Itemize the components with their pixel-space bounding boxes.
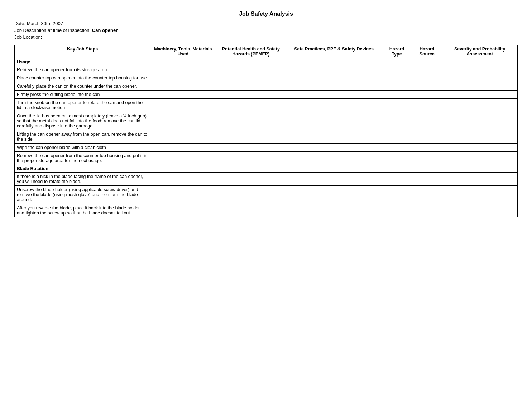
job-desc-value: Can opener bbox=[92, 28, 118, 33]
table-row: Once the lid has been cut almost complet… bbox=[15, 112, 518, 130]
table-row: Retrieve the can opener from its storage… bbox=[15, 66, 518, 74]
cell-source bbox=[412, 91, 442, 99]
cell-machinery bbox=[150, 112, 216, 130]
cell-type bbox=[382, 74, 412, 82]
cell-safe bbox=[286, 112, 382, 130]
cell-steps: Retrieve the can opener from its storage… bbox=[15, 66, 150, 74]
cell-machinery bbox=[150, 152, 216, 165]
cell-hazards bbox=[216, 74, 286, 82]
cell-type bbox=[382, 173, 412, 186]
cell-machinery bbox=[150, 66, 216, 74]
table-row: Firmly press the cutting blade into the … bbox=[15, 91, 518, 99]
table-header-row: Key Job Steps Machinery, Tools, Material… bbox=[15, 45, 518, 58]
cell-safe bbox=[286, 144, 382, 152]
cell-safe bbox=[286, 173, 382, 186]
cell-hazards bbox=[216, 91, 286, 99]
cell-safe bbox=[286, 204, 382, 217]
cell-steps: Place counter top can opener into the co… bbox=[15, 74, 150, 82]
header-type: Hazard Type bbox=[382, 45, 412, 58]
cell-source bbox=[412, 152, 442, 165]
cell-source bbox=[412, 99, 442, 112]
cell-hazards bbox=[216, 82, 286, 91]
cell-hazards bbox=[216, 130, 286, 144]
cell-source bbox=[412, 112, 442, 130]
cell-hazards bbox=[216, 112, 286, 130]
cell-machinery bbox=[150, 186, 216, 204]
cell-severity bbox=[442, 144, 518, 152]
header-hazards: Potential Health and Safety Hazards (PEM… bbox=[216, 45, 286, 58]
cell-type bbox=[382, 112, 412, 130]
cell-severity bbox=[442, 82, 518, 91]
cell-steps: Turn the knob on the can opener to rotat… bbox=[15, 99, 150, 112]
header-machinery: Machinery, Tools, Materials Used bbox=[150, 45, 216, 58]
cell-steps: After you reverse the blade, place it ba… bbox=[15, 204, 150, 217]
cell-type bbox=[382, 82, 412, 91]
header-steps: Key Job Steps bbox=[15, 45, 150, 58]
table-row: Remove the can opener from the counter t… bbox=[15, 152, 518, 165]
cell-type bbox=[382, 186, 412, 204]
cell-source bbox=[412, 82, 442, 91]
cell-source bbox=[412, 144, 442, 152]
cell-machinery bbox=[150, 130, 216, 144]
cell-machinery bbox=[150, 99, 216, 112]
page-title: Job Safety Analysis bbox=[14, 11, 518, 17]
cell-severity bbox=[442, 112, 518, 130]
cell-hazards bbox=[216, 204, 286, 217]
meta-job-desc: Job Description at time of Inspection: C… bbox=[14, 28, 518, 33]
cell-source bbox=[412, 204, 442, 217]
cell-severity bbox=[442, 99, 518, 112]
cell-steps: Wipe the can opener blade with a clean c… bbox=[15, 144, 150, 152]
cell-safe bbox=[286, 74, 382, 82]
cell-hazards bbox=[216, 152, 286, 165]
cell-type bbox=[382, 144, 412, 152]
cell-severity bbox=[442, 91, 518, 99]
cell-type bbox=[382, 99, 412, 112]
cell-steps: Once the lid has been cut almost complet… bbox=[15, 112, 150, 130]
cell-safe bbox=[286, 186, 382, 204]
cell-steps: Carefully place the can on the counter u… bbox=[15, 82, 150, 91]
cell-steps: Unscrew the blade holder (using applicab… bbox=[15, 186, 150, 204]
section-header-row: Usage bbox=[15, 58, 518, 66]
cell-safe bbox=[286, 91, 382, 99]
cell-steps: If there is a nick in the blade facing t… bbox=[15, 173, 150, 186]
cell-safe bbox=[286, 152, 382, 165]
cell-machinery bbox=[150, 91, 216, 99]
cell-safe bbox=[286, 82, 382, 91]
cell-type bbox=[382, 91, 412, 99]
cell-hazards bbox=[216, 144, 286, 152]
header-severity: Severity and Probability Assessment bbox=[442, 45, 518, 58]
cell-severity bbox=[442, 152, 518, 165]
cell-steps: Lifting the can opener away from the ope… bbox=[15, 130, 150, 144]
table-row: After you reverse the blade, place it ba… bbox=[15, 204, 518, 217]
header-safe: Safe Practices, PPE & Safety Devices bbox=[286, 45, 382, 58]
cell-hazards bbox=[216, 66, 286, 74]
jsa-table: Key Job Steps Machinery, Tools, Material… bbox=[14, 45, 518, 217]
cell-steps: Remove the can opener from the counter t… bbox=[15, 152, 150, 165]
cell-machinery bbox=[150, 144, 216, 152]
table-row: Carefully place the can on the counter u… bbox=[15, 82, 518, 91]
cell-source bbox=[412, 173, 442, 186]
header-source: Hazard Source bbox=[412, 45, 442, 58]
cell-severity bbox=[442, 173, 518, 186]
cell-severity bbox=[442, 130, 518, 144]
cell-machinery bbox=[150, 204, 216, 217]
cell-severity bbox=[442, 186, 518, 204]
cell-safe bbox=[286, 130, 382, 144]
cell-source bbox=[412, 130, 442, 144]
table-row: Lifting the can opener away from the ope… bbox=[15, 130, 518, 144]
section-header-row: Blade Rotation bbox=[15, 165, 518, 173]
cell-machinery bbox=[150, 74, 216, 82]
table-row: Unscrew the blade holder (using applicab… bbox=[15, 186, 518, 204]
cell-hazards bbox=[216, 99, 286, 112]
cell-type bbox=[382, 152, 412, 165]
cell-type bbox=[382, 66, 412, 74]
meta-date: Date: March 30th, 2007 bbox=[14, 21, 518, 26]
cell-safe bbox=[286, 66, 382, 74]
cell-source bbox=[412, 186, 442, 204]
cell-hazards bbox=[216, 186, 286, 204]
cell-severity bbox=[442, 204, 518, 217]
cell-type bbox=[382, 204, 412, 217]
table-row: Wipe the can opener blade with a clean c… bbox=[15, 144, 518, 152]
cell-severity bbox=[442, 74, 518, 82]
cell-source bbox=[412, 66, 442, 74]
